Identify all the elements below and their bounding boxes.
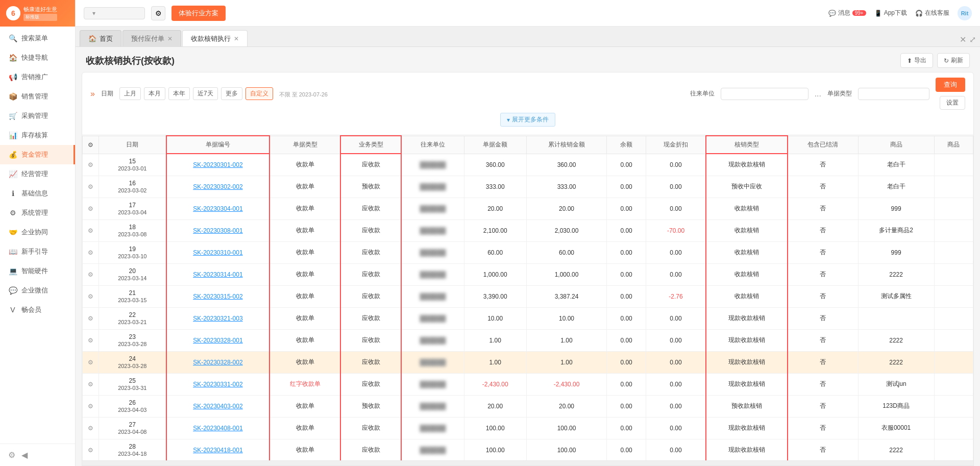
td-product-7	[858, 307, 934, 329]
td-single-type-4: 收款单	[270, 241, 340, 263]
more-options-dots[interactable]: ...	[815, 89, 821, 99]
query-btn[interactable]: 查询	[936, 78, 965, 92]
td-settings-1[interactable]: ⚙	[83, 176, 99, 198]
td-settings-7[interactable]: ⚙	[83, 307, 99, 329]
refresh-icon: ↻	[944, 57, 949, 64]
td-single-no-7[interactable]: SK-20230321-003	[166, 307, 270, 329]
counterpart-input[interactable]	[721, 88, 808, 100]
td-settings-13[interactable]: ⚙	[83, 439, 99, 461]
filter-right-actions: 查询 设置	[936, 78, 965, 110]
sidebar-item-nav[interactable]: 🏠快捷导航	[0, 48, 75, 67]
td-settings-12[interactable]: ⚙	[83, 417, 99, 439]
close-tab-icon[interactable]: ✕	[960, 35, 966, 44]
topbar-gear-btn[interactable]: ⚙	[151, 6, 165, 20]
app-download-btn[interactable]: 📱 App下载	[874, 9, 907, 17]
td-verify-type-5: 收款核销	[706, 263, 788, 285]
td-single-no-5[interactable]: SK-20230314-001	[166, 263, 270, 285]
td-single-no-11[interactable]: SK-20230403-002	[166, 395, 270, 417]
settings-btn[interactable]: 设置	[940, 96, 965, 110]
industry-btn[interactable]: 体验行业方案	[172, 6, 226, 21]
td-single-no-4[interactable]: SK-20230310-001	[166, 241, 270, 263]
finance-icon: 💰	[8, 151, 17, 159]
sidebar-item-member[interactable]: V畅会员	[0, 300, 75, 320]
more-dates-btn[interactable]: 更多	[221, 87, 242, 100]
th-biz-type: 业务类型	[340, 136, 401, 154]
td-counterpart-12: ██████	[401, 417, 464, 439]
th-row-no: 日期	[99, 136, 166, 154]
td-settings-2[interactable]: ⚙	[83, 198, 99, 219]
sidebar-item-wechat[interactable]: 💬企业微信	[0, 281, 75, 300]
custom-date-btn[interactable]: 自定义	[246, 87, 273, 100]
td-settings-4[interactable]: ⚙	[83, 241, 99, 263]
td-settings-10[interactable]: ⚙	[83, 373, 99, 395]
th-verify-type: 核销类型	[706, 136, 788, 154]
sidebar-item-inventory[interactable]: 📊库存核算	[0, 126, 75, 145]
td-balance-1: 0.00	[607, 176, 646, 198]
messages-btn[interactable]: 💬 消息 99+	[828, 9, 866, 17]
sidebar-item-basic[interactable]: ℹ基础信息	[0, 184, 75, 203]
sidebar-item-sales[interactable]: 📦销售管理	[0, 87, 75, 106]
td-settings-8[interactable]: ⚙	[83, 329, 99, 351]
td-single-no-12[interactable]: SK-20230408-001	[166, 417, 270, 439]
th-single-type: 单据类型	[270, 136, 340, 154]
user-avatar[interactable]: Rit	[958, 6, 972, 20]
td-single-no-1[interactable]: SK-20230302-002	[166, 176, 270, 198]
sidebar-label-operation: 经营管理	[21, 169, 48, 179]
tab-verify[interactable]: 收款核销执行 ✕	[182, 30, 248, 46]
td-settings-6[interactable]: ⚙	[83, 285, 99, 307]
expand-tab-icon[interactable]: ⤢	[969, 35, 976, 44]
tab-verify-close[interactable]: ✕	[234, 35, 239, 42]
td-single-type-9: 收款单	[270, 351, 340, 373]
tab-home[interactable]: 🏠 首页	[80, 30, 121, 46]
export-btn[interactable]: ⬆ 导出	[900, 53, 933, 68]
td-balance-3: 0.00	[607, 219, 646, 241]
td-single-no-0[interactable]: SK-20230301-002	[166, 154, 270, 176]
sidebar-item-guide[interactable]: 📖新手引导	[0, 242, 75, 261]
sidebar-item-search[interactable]: 🔍搜索菜单	[0, 29, 75, 48]
last-7days-btn[interactable]: 近7天	[193, 87, 218, 100]
filter-expand-icon[interactable]: »	[90, 89, 95, 99]
td-single-no-6[interactable]: SK-20230315-002	[166, 285, 270, 307]
td-settings-5[interactable]: ⚙	[83, 263, 99, 285]
th-settings[interactable]: ⚙	[83, 136, 99, 154]
td-settings-9[interactable]: ⚙	[83, 351, 99, 373]
tab-prepay[interactable]: 预付应付单 ✕	[122, 30, 181, 46]
table-scrollbar[interactable]	[82, 461, 974, 466]
td-single-no-2[interactable]: SK-20230304-001	[166, 198, 270, 219]
td-single-no-10[interactable]: SK-20230331-002	[166, 373, 270, 395]
this-year-btn[interactable]: 本年	[168, 87, 190, 100]
settings-icon[interactable]: ⚙	[8, 450, 15, 460]
last-month-btn[interactable]: 上月	[119, 87, 141, 100]
sidebar-item-corp[interactable]: 🤝企业协同	[0, 223, 75, 242]
td-settings-0[interactable]: ⚙	[83, 154, 99, 176]
company-selector[interactable]: ▾	[84, 7, 145, 19]
voucher-type-select[interactable]	[858, 88, 929, 100]
td-balance-2: 0.00	[607, 198, 646, 219]
sidebar-item-system[interactable]: ⚙系统管理	[0, 203, 75, 223]
sidebar-label-marketing: 营销推广	[21, 72, 48, 82]
sidebar-item-hardware[interactable]: 💻智能硬件	[0, 261, 75, 281]
this-month-btn[interactable]: 本月	[144, 87, 165, 100]
td-single-no-13[interactable]: SK-20230418-001	[166, 439, 270, 461]
sidebar-item-purchase[interactable]: 🛒采购管理	[0, 106, 75, 126]
td-single-no-9[interactable]: SK-20230328-002	[166, 351, 270, 373]
sidebar-item-finance[interactable]: 💰资金管理	[0, 145, 75, 164]
basic-icon: ℹ	[8, 189, 17, 198]
td-amount-6: 3,390.00	[464, 285, 526, 307]
td-balance-8: 0.00	[607, 329, 646, 351]
refresh-btn[interactable]: ↻ 刷新	[937, 53, 970, 68]
expand-more-btn[interactable]: ▾ 展开更多条件	[500, 113, 555, 127]
tab-prepay-close[interactable]: ✕	[167, 35, 173, 42]
td-product2-13	[934, 439, 973, 461]
td-settings-3[interactable]: ⚙	[83, 219, 99, 241]
sidebar-item-marketing[interactable]: 📢营销推广	[0, 67, 75, 87]
td-cash-discount-10: 0.00	[646, 373, 706, 395]
td-single-no-3[interactable]: SK-20230308-001	[166, 219, 270, 241]
collapse-icon[interactable]: ◀	[21, 450, 28, 460]
sidebar-item-operation[interactable]: 📈经营管理	[0, 164, 75, 184]
td-biz-type-12: 应收款	[340, 417, 401, 439]
page-title: 收款核销执行(按收款)	[86, 55, 175, 67]
td-single-no-8[interactable]: SK-20230328-001	[166, 329, 270, 351]
online-service-btn[interactable]: 🎧 在线客服	[915, 9, 949, 17]
td-settings-11[interactable]: ⚙	[83, 395, 99, 417]
